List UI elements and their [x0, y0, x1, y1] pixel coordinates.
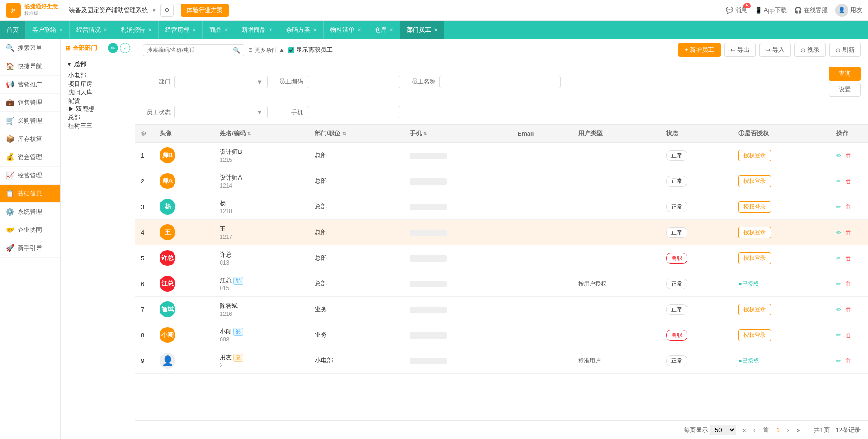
export-btn[interactable]: ↩ 导出 — [724, 43, 756, 57]
close-icon[interactable]: ✕ — [269, 28, 272, 33]
filter-status-select[interactable]: ▼ — [174, 106, 268, 118]
sort-phone-icon[interactable]: ⇅ — [423, 131, 427, 136]
col-dept[interactable]: 部门/职位 ⇅ — [309, 125, 404, 143]
tab-employee[interactable]: 部门员工 ✕ — [400, 21, 444, 39]
auth-login-btn[interactable]: 授权登录 — [738, 201, 771, 213]
edit-btn[interactable]: ✏ — [836, 203, 841, 210]
nav-business[interactable]: 📈 经营管理 — [0, 167, 60, 185]
nav-sales[interactable]: 💼 销售管理 — [0, 94, 60, 112]
message-button[interactable]: 💬 5 消息 — [726, 6, 747, 14]
nav-inventory[interactable]: 📦 库存核算 — [0, 130, 60, 148]
nav-search[interactable]: 🔍 搜索菜单 — [0, 39, 60, 57]
add-employee-btn[interactable]: + 新增员工 — [678, 43, 721, 57]
tab-warehouse[interactable]: 仓库 ✕ — [368, 21, 400, 39]
filter-empcode-input[interactable] — [307, 76, 400, 88]
close-icon[interactable]: ✕ — [224, 28, 228, 33]
filter-phone-input[interactable] — [307, 106, 400, 118]
nav-purchase[interactable]: 🛒 采购管理 — [0, 112, 60, 130]
dept-add-btn[interactable]: ✏ — [108, 43, 118, 53]
tab-add-goods[interactable]: 新增商品 ✕ — [235, 21, 279, 39]
dept-item-project[interactable]: 项目库房 — [68, 80, 135, 88]
dept-item-zhishu[interactable]: 植树王三 — [68, 122, 135, 130]
delete-btn[interactable]: 🗑 — [845, 357, 851, 364]
dept-item-zongbu[interactable]: 总部 — [68, 113, 135, 122]
tab-operation[interactable]: 经营情况 ✕ — [70, 21, 114, 39]
user-area[interactable]: 👤 用友 — [835, 4, 862, 17]
online-service-button[interactable]: 🎧 在线客服 — [794, 6, 828, 14]
settings-col-icon[interactable]: ⚙ — [141, 130, 146, 137]
sort-dept-icon[interactable]: ⇅ — [342, 131, 346, 136]
edit-btn[interactable]: ✏ — [836, 280, 841, 287]
auth-login-btn[interactable]: 授权登录 — [738, 304, 771, 315]
tab-profit[interactable]: 利润报告 ✕ — [114, 21, 159, 39]
edit-btn[interactable]: ✏ — [836, 357, 841, 364]
tab-barcode[interactable]: 条码方案 ✕ — [279, 21, 324, 39]
delete-btn[interactable]: 🗑 — [845, 152, 851, 159]
auth-login-btn[interactable]: 授权登录 — [738, 150, 771, 161]
auth-login-btn[interactable]: 授权登录 — [738, 227, 771, 238]
dept-collapse-btn[interactable]: « — [120, 43, 130, 53]
set-btn[interactable]: 设置 — [829, 83, 861, 97]
search-box[interactable]: 🔍 — [143, 44, 244, 56]
col-settings[interactable]: ⚙ — [135, 125, 154, 143]
auth-login-btn[interactable]: 授权登录 — [738, 252, 771, 264]
edit-btn[interactable]: ✏ — [836, 152, 841, 159]
tab-history[interactable]: 经营历程 ✕ — [159, 21, 203, 39]
delete-btn[interactable]: 🗑 — [845, 332, 851, 339]
last-page-btn[interactable]: » — [794, 425, 803, 434]
nav-collab[interactable]: 🤝 企业协同 — [0, 221, 60, 239]
filter-empname-input[interactable] — [439, 76, 561, 88]
dept-item-shuanglu[interactable]: ▶ 双鹿想 — [68, 105, 135, 113]
nav-marketing[interactable]: 📢 营销推广 — [0, 76, 60, 94]
print-btn[interactable]: ⊙ 刷新 — [829, 43, 861, 57]
close-icon[interactable]: ✕ — [357, 28, 361, 33]
close-icon[interactable]: ✕ — [434, 28, 437, 33]
page-size-select[interactable]: 50 10 20 100 — [710, 425, 736, 435]
delete-btn[interactable]: 🗑 — [845, 178, 851, 185]
page-number[interactable]: 1 — [773, 425, 782, 434]
dept-item-xiaodibu[interactable]: 小电部 — [68, 71, 135, 80]
close-icon[interactable]: ✕ — [192, 28, 196, 33]
close-icon[interactable]: ✕ — [313, 28, 317, 33]
sort-name-icon[interactable]: ⇅ — [247, 131, 251, 136]
gear-button[interactable]: ⚙ — [160, 4, 174, 17]
edit-btn[interactable]: ✏ — [836, 255, 841, 262]
delete-btn[interactable]: 🗑 — [845, 203, 851, 210]
close-icon[interactable]: ✕ — [104, 28, 107, 33]
edit-btn[interactable]: ✏ — [836, 306, 841, 313]
close-icon[interactable]: ✕ — [148, 28, 152, 33]
nav-basic[interactable]: 📋 基础信息 — [0, 185, 60, 203]
delete-btn[interactable]: 🗑 — [845, 280, 851, 287]
filter-more-btn[interactable]: ⊟ 更多条件 ▲ — [248, 46, 285, 54]
dept-item-shenyang[interactable]: 沈阳大库 — [68, 88, 135, 97]
delete-btn[interactable]: 🗑 — [845, 306, 851, 313]
edit-btn[interactable]: ✏ — [836, 332, 841, 339]
view-btn[interactable]: ⊙ 视录 — [794, 43, 826, 57]
tab-bom[interactable]: 物料清单 ✕ — [324, 21, 368, 39]
search-input[interactable] — [147, 47, 231, 53]
filter-dept-select[interactable]: ▼ — [174, 76, 268, 88]
tab-home[interactable]: 首页 — [0, 21, 26, 39]
delete-btn[interactable]: 🗑 — [845, 255, 851, 262]
trial-button[interactable]: 体验行业方案 — [181, 4, 229, 17]
col-phone[interactable]: 手机 ⇅ — [404, 125, 512, 143]
show-resigned-checkbox-label[interactable]: 显示离职员工 — [288, 46, 333, 54]
nav-finance[interactable]: 💰 资金管理 — [0, 148, 60, 167]
first-page-btn[interactable]: « — [740, 425, 749, 434]
col-name[interactable]: 姓名/编码 ⇅ — [214, 125, 309, 143]
auth-login-btn[interactable]: 授权登录 — [738, 175, 771, 187]
delete-btn[interactable]: 🗑 — [845, 229, 851, 236]
show-resigned-checkbox[interactable] — [288, 47, 294, 53]
prev-page-btn[interactable]: ‹ — [750, 425, 758, 434]
next-page-btn[interactable]: › — [785, 425, 792, 434]
nav-system[interactable]: ⚙️ 系统管理 — [0, 203, 60, 221]
dept-item-peihuo[interactable]: 配货 — [68, 97, 135, 105]
close-icon[interactable]: ✕ — [59, 28, 63, 33]
edit-btn[interactable]: ✏ — [836, 178, 841, 185]
nav-guide[interactable]: 🚀 新手引导 — [0, 239, 60, 258]
auth-login-btn[interactable]: 授权登录 — [738, 329, 771, 341]
query-btn[interactable]: 查询 — [829, 67, 861, 81]
app-download-button[interactable]: 📱 App下载 — [755, 6, 787, 14]
import-btn[interactable]: ↪ 导入 — [759, 43, 791, 57]
edit-btn[interactable]: ✏ — [836, 229, 841, 236]
